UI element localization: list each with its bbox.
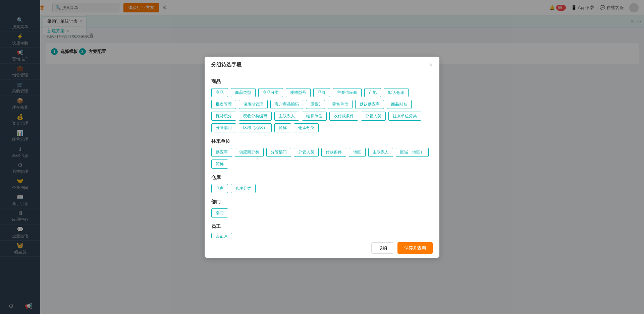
- field-tag-4-0[interactable]: 业务员: [211, 233, 232, 238]
- field-tag-0-13[interactable]: 默认供应商: [355, 100, 384, 109]
- field-section-0: 商品商品商品类型商品分类规格型号品牌主要供应商产地默认仓库批次管理保质期管理客户…: [211, 79, 433, 132]
- field-tag-0-4[interactable]: 品牌: [313, 88, 330, 97]
- field-tag-0-6[interactable]: 产地: [364, 88, 381, 97]
- field-tag-0-9[interactable]: 保质期管理: [239, 100, 268, 109]
- field-tag-1-3[interactable]: 分管人员: [294, 148, 319, 157]
- field-tag-0-7[interactable]: 默认仓库: [384, 88, 409, 97]
- modal-title: 分组待选字段: [211, 62, 241, 68]
- field-tag-0-16[interactable]: 税收分类编码: [239, 112, 272, 121]
- field-tag-0-0[interactable]: 商品: [211, 88, 228, 97]
- modal-body: 商品商品商品类型商品分类规格型号品牌主要供应商产地默认仓库批次管理保质期管理客户…: [205, 73, 439, 238]
- field-tag-0-11[interactable]: 重量3: [306, 100, 325, 109]
- field-tag-0-10[interactable]: 客户商品编码: [270, 100, 303, 109]
- field-tags-0: 商品商品类型商品分类规格型号品牌主要供应商产地默认仓库批次管理保质期管理客户商品…: [211, 88, 433, 132]
- field-tags-1: 供应商供应商分类分管部门分管人员付款条件地区主联系人区域（地区）简称: [211, 148, 433, 169]
- field-tag-0-1[interactable]: 商品类型: [231, 88, 256, 97]
- field-tag-0-12[interactable]: 零售单位: [328, 100, 353, 109]
- field-tag-0-22[interactable]: 分管部门: [211, 123, 236, 132]
- field-tag-0-5[interactable]: 主要供应商: [333, 88, 362, 97]
- modal-header: 分组待选字段 ×: [205, 57, 439, 73]
- field-tag-0-23[interactable]: 区域（地区）: [239, 123, 272, 132]
- field-tag-3-0[interactable]: 部门: [211, 208, 228, 217]
- field-tag-0-17[interactable]: 主联系人: [274, 112, 299, 121]
- confirm-button[interactable]: 保存并查询: [397, 242, 433, 254]
- field-tag-1-6[interactable]: 主联系人: [368, 148, 393, 157]
- field-tag-1-5[interactable]: 地区: [349, 148, 366, 157]
- field-tag-1-2[interactable]: 分管部门: [266, 148, 291, 157]
- field-tag-0-24[interactable]: 简称: [274, 123, 291, 132]
- field-tag-0-25[interactable]: 仓库分类: [294, 123, 319, 132]
- modal-footer: 取消 保存并查询: [205, 238, 439, 258]
- field-section-3: 部门部门: [211, 199, 433, 217]
- field-section-title-3: 部门: [211, 199, 433, 205]
- field-tag-0-8[interactable]: 批次管理: [211, 100, 236, 109]
- field-tags-2: 仓库仓库分类: [211, 184, 433, 193]
- field-tag-0-15[interactable]: 拣货积分: [211, 112, 236, 121]
- field-tag-0-19[interactable]: 收付款条件: [329, 112, 358, 121]
- field-tag-1-4[interactable]: 付款条件: [321, 148, 346, 157]
- field-tags-4: 业务员: [211, 233, 433, 238]
- field-tag-1-7[interactable]: 区域（地区）: [396, 148, 429, 157]
- field-tag-0-18[interactable]: 结算单位: [302, 112, 327, 121]
- field-tag-2-0[interactable]: 仓库: [211, 184, 228, 193]
- field-tags-3: 部门: [211, 208, 433, 217]
- modal: 分组待选字段 × 商品商品商品类型商品分类规格型号品牌主要供应商产地默认仓库批次…: [205, 57, 439, 258]
- field-section-title-4: 员工: [211, 224, 433, 230]
- field-tag-0-2[interactable]: 商品分类: [258, 88, 283, 97]
- field-section-2: 仓库仓库仓库分类: [211, 175, 433, 193]
- field-tag-1-8[interactable]: 简称: [211, 160, 228, 169]
- field-tag-2-1[interactable]: 仓库分类: [231, 184, 256, 193]
- field-tag-1-1[interactable]: 供应商分类: [235, 148, 264, 157]
- field-tag-0-21[interactable]: 往来单位分类: [388, 112, 421, 121]
- field-section-title-1: 往来单位: [211, 138, 433, 144]
- field-section-4: 员工业务员: [211, 224, 433, 238]
- field-section-title-2: 仓库: [211, 175, 433, 181]
- field-tag-0-14[interactable]: 商品别名: [387, 100, 412, 109]
- modal-close-button[interactable]: ×: [429, 61, 433, 68]
- field-tag-0-3[interactable]: 规格型号: [286, 88, 311, 97]
- cancel-button[interactable]: 取消: [371, 242, 394, 254]
- field-section-1: 往来单位供应商供应商分类分管部门分管人员付款条件地区主联系人区域（地区）简称: [211, 138, 433, 169]
- field-section-title-0: 商品: [211, 79, 433, 85]
- field-tag-1-0[interactable]: 供应商: [211, 148, 232, 157]
- field-tag-0-20[interactable]: 分管人员: [361, 112, 386, 121]
- modal-overlay: 分组待选字段 × 商品商品商品类型商品分类规格型号品牌主要供应商产地默认仓库批次…: [0, 0, 644, 314]
